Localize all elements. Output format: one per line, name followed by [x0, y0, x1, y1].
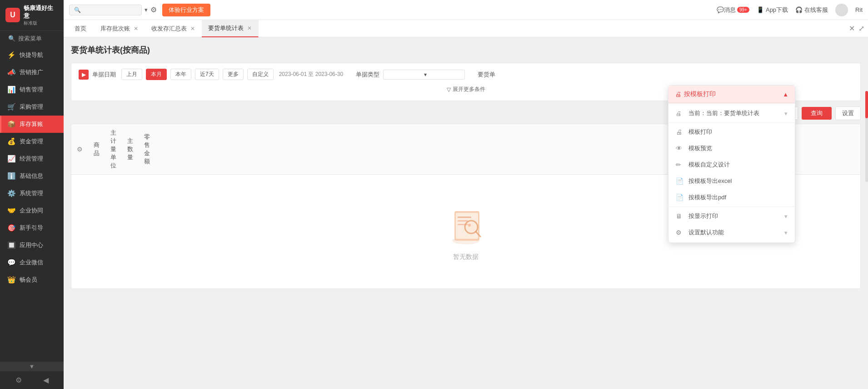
- sidebar-item-operations[interactable]: 📈 经营管理: [0, 150, 64, 167]
- svg-point-7: [467, 222, 476, 232]
- quicknav-icon: ⚡: [7, 51, 16, 59]
- table-header-settings[interactable]: ⚙: [71, 124, 88, 175]
- service-icon: 🎧: [795, 6, 803, 13]
- current-template-label: 当前：当前：要货单统计表: [688, 109, 784, 117]
- msg-badge: 99+: [737, 7, 749, 13]
- msg-label: 消息: [724, 6, 736, 14]
- tab-home[interactable]: 首页: [67, 20, 94, 37]
- dropdown-item-display-print[interactable]: 🖥 按显示打印 ▾: [668, 208, 795, 224]
- topbar-search-icon: 🔍: [74, 7, 81, 13]
- app-logo-icon: U: [5, 8, 20, 22]
- sidebar-item-sales[interactable]: 📊 销售管理: [0, 81, 64, 98]
- main-content: 🔍 ▾ ⚙ 体验行业方案 💬 消息 99+ 📱 App下载 🎧 在线客服 Rit: [64, 0, 868, 389]
- tab-order-stats[interactable]: 要货单统计表 ✕: [202, 20, 259, 37]
- table-header-amount: 零售金额: [139, 124, 155, 175]
- topbar-right: 💬 消息 99+ 📱 App下载 🎧 在线客服 Rit: [717, 4, 863, 16]
- dropdown-up-arrow-icon[interactable]: ▲: [783, 91, 788, 98]
- system-icon: ⚙️: [7, 189, 16, 197]
- sidebar-item-wechat[interactable]: 💬 企业微信: [0, 254, 64, 271]
- topbar-left: 🔍 ▾ ⚙ 体验行业方案: [69, 4, 717, 16]
- page-scrollbar[interactable]: [865, 91, 868, 182]
- sidebar-item-inventory[interactable]: 📦 库存算账: [0, 116, 64, 133]
- dropdown-item-pdf[interactable]: 📄 按模板导出pdf: [668, 189, 795, 206]
- page-title: 要货单统计表(按商品): [71, 45, 861, 56]
- date-btn-7days[interactable]: 近7天: [195, 69, 219, 80]
- collapse-footer-icon[interactable]: ◀: [43, 376, 49, 384]
- sidebar-item-collab[interactable]: 🤝 企业协同: [0, 202, 64, 219]
- sidebar-scroll-down[interactable]: ▼: [0, 362, 64, 371]
- tab-close-all-icon[interactable]: ✕: [849, 24, 855, 33]
- tab-receive-summary[interactable]: 收发存汇总表 ✕: [145, 20, 202, 37]
- date-btn-thismonth[interactable]: 本月: [146, 69, 167, 80]
- user-avatar: [835, 4, 848, 16]
- tab-maximize-icon[interactable]: ⤢: [858, 24, 864, 33]
- date-btn-custom[interactable]: 自定义: [247, 69, 274, 80]
- item-label: 模板打印: [688, 128, 712, 136]
- sidebar-item-label: 经营管理: [20, 155, 43, 163]
- finance-icon: 💰: [7, 137, 16, 146]
- expand-more-btn[interactable]: ▽ 展开更多条件: [439, 84, 493, 95]
- item-setdefault-icon: ⚙: [676, 229, 684, 236]
- dropdown-item-print[interactable]: 🖨 模板打印: [668, 124, 795, 140]
- current-arrow-icon: ▾: [784, 110, 788, 117]
- sidebar-item-finance[interactable]: 💰 资金管理: [0, 133, 64, 150]
- dropdown-header: 🖨 按模板打印 ▲: [668, 86, 795, 103]
- sidebar-footer: ⚙ ◀: [0, 371, 64, 389]
- settings-btn[interactable]: 设置: [835, 106, 861, 120]
- operations-icon: 📈: [7, 155, 16, 163]
- dropdown-current-template[interactable]: 🖨 当前：当前：要货单统计表 ▾: [668, 105, 795, 121]
- sidebar-item-label: 基础信息: [20, 172, 43, 180]
- item-display-icon: 🖥: [676, 212, 684, 220]
- sidebar-item-purchase[interactable]: 🛒 采购管理: [0, 98, 64, 116]
- setdefault-arrow-icon: ▾: [784, 229, 788, 236]
- display-arrow-icon: ▾: [784, 213, 788, 220]
- expand-down-icon: ▽: [447, 86, 451, 93]
- tab-close-inventory-batch[interactable]: ✕: [134, 25, 138, 32]
- dropdown-item-excel[interactable]: 📄 按模板导出excel: [668, 173, 795, 189]
- date-btn-thisyear[interactable]: 本年: [170, 69, 191, 80]
- topbar-dropdown-btn[interactable]: ▾: [145, 6, 148, 13]
- topbar-message[interactable]: 💬 消息 99+: [717, 6, 749, 14]
- item-printer-icon: 🖨: [676, 128, 684, 136]
- sidebar-item-newguide[interactable]: 🎯 新手引导: [0, 219, 64, 237]
- type-filter-select[interactable]: ▾: [383, 70, 465, 80]
- table-header-goods: 商品: [88, 124, 105, 175]
- topbar-online-service[interactable]: 🎧 在线客服: [795, 6, 828, 14]
- topbar-gear-icon[interactable]: ⚙: [150, 5, 157, 14]
- item-label: 设置默认功能: [688, 228, 724, 237]
- query-btn[interactable]: 查询: [802, 107, 832, 120]
- table-settings-icon[interactable]: ⚙: [77, 146, 83, 153]
- sidebar-logo: U 畅康通好生意 标准版: [0, 0, 64, 31]
- type-filter-label: 单据类型: [356, 71, 379, 79]
- topbar-app-download[interactable]: 📱 App下载: [757, 6, 788, 14]
- dropdown-item-design[interactable]: ✏ 模板自定义设计: [668, 157, 795, 173]
- dropdown-body: 🖨 当前：当前：要货单统计表 ▾ 🖨 模板打印 👁 模板预览 ✏ 模板自定义设计: [668, 103, 795, 242]
- trial-btn[interactable]: 体验行业方案: [162, 4, 210, 16]
- sidebar-item-system[interactable]: ⚙️ 系统管理: [0, 185, 64, 202]
- sidebar-item-search[interactable]: 🔍 搜索菜单: [0, 31, 64, 46]
- sidebar-item-member[interactable]: 👑 畅会员: [0, 271, 64, 288]
- filter-expand-icon[interactable]: ▶: [79, 70, 89, 80]
- item-label: 按模板导出pdf: [688, 193, 726, 202]
- tab-close-order-stats[interactable]: ✕: [247, 25, 252, 31]
- tab-inventory-batch[interactable]: 库存批次账 ✕: [94, 20, 145, 37]
- sidebar-item-appcenter[interactable]: 🔲 应用中心: [0, 237, 64, 254]
- sidebar-item-quicknav[interactable]: ⚡ 快捷导航: [0, 46, 64, 64]
- basicinfo-icon: ℹ️: [7, 172, 16, 180]
- settings-footer-icon[interactable]: ⚙: [15, 376, 22, 384]
- date-btn-lastmonth[interactable]: 上月: [121, 69, 142, 80]
- dropdown-item-preview[interactable]: 👁 模板预览: [668, 140, 795, 157]
- item-label: 模板自定义设计: [688, 161, 730, 169]
- scrollbar-thumb[interactable]: [865, 91, 868, 118]
- newguide-icon: 🎯: [7, 224, 16, 232]
- date-btn-more[interactable]: 更多: [223, 69, 244, 80]
- app-download-icon: 📱: [757, 6, 764, 13]
- topbar-search-box[interactable]: 🔍: [69, 5, 142, 15]
- sidebar-item-basic-info[interactable]: ℹ️ 基础信息: [0, 167, 64, 185]
- item-preview-icon: 👁: [676, 145, 684, 152]
- search-icon: 🔍: [8, 35, 15, 42]
- dropdown-item-set-default[interactable]: ⚙ 设置默认功能 ▾: [668, 224, 795, 241]
- tab-close-receive-summary[interactable]: ✕: [190, 25, 195, 32]
- topbar: 🔍 ▾ ⚙ 体验行业方案 💬 消息 99+ 📱 App下载 🎧 在线客服 Rit: [64, 0, 868, 20]
- sidebar-item-marketing[interactable]: 📣 营销推广: [0, 64, 64, 81]
